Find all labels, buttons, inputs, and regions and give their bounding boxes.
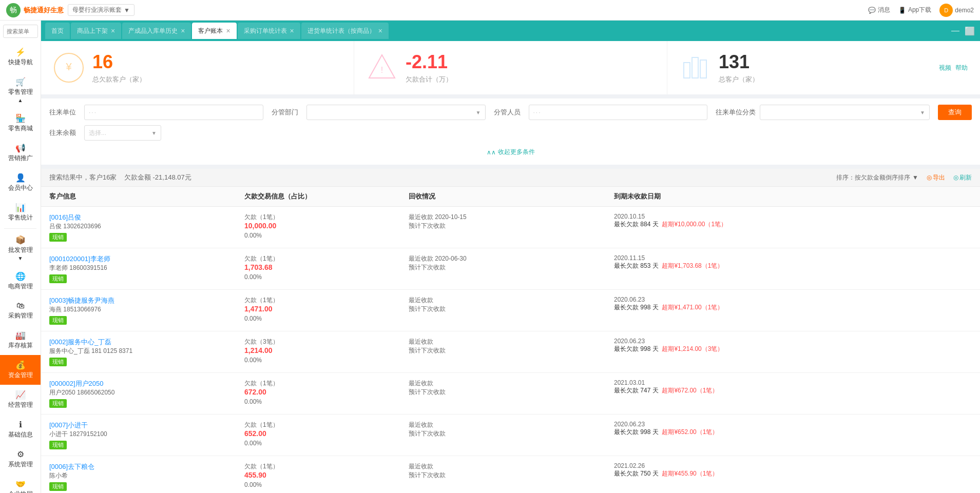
stats-icon: 📊 [15,203,26,212]
customer-name-link[interactable]: [0016]吕俊 [49,213,81,221]
mobile-icon: 📱 [898,7,906,14]
customer-name-link[interactable]: [0003]畅捷服务尹海燕 [49,297,114,304]
overdue-amount[interactable]: 超期¥1,703.68（1笔） [662,262,723,269]
due-date-cell: 2021.02.26 最长欠款 750 天 超期¥455.90（1笔） [614,462,972,478]
overdue-amount[interactable]: 超期¥455.90（1笔） [662,470,718,477]
chevron-up-icon: ∧∧ [487,149,496,156]
app-download-button[interactable]: 📱 App下载 [898,6,931,14]
close-icon[interactable]: × [181,27,185,35]
customer-phone: 小进干 18279152100 [49,430,244,439]
person-input[interactable]: ··· [529,105,708,120]
search-input[interactable] [3,25,38,38]
close-icon[interactable]: × [226,27,230,35]
debt-ratio: 0.00% [244,398,409,405]
customer-info-cell: [000002]用户2050 用户2050 18665062050 现销 [49,379,244,408]
table-row: [000002]用户2050 用户2050 18665062050 现销 欠款（… [41,373,980,415]
customer-name-link[interactable]: [0007]小进干 [49,421,88,429]
sidebar-item-ecommerce[interactable]: 🌐 电商管理 [0,266,41,296]
vendor-input[interactable]: ··· [84,105,263,120]
sidebar-item-finance[interactable]: 💰 资金管理 [0,355,41,385]
minimize-icon[interactable]: — [949,25,962,37]
message-button[interactable]: 💬 消息 [868,6,890,14]
debt-info-cell: 欠款（1笔） 1,703.68 0.00% [244,254,409,281]
tab-customer-ledger[interactable]: 客户账本 × [192,23,236,39]
overdue-amount[interactable]: 超期¥672.00（1笔） [662,387,718,394]
customer-name-link[interactable]: [000002]用户2050 [49,380,104,387]
close-icon[interactable]: × [378,27,382,35]
search-button[interactable]: 查询 [938,105,972,120]
tab-product-listing[interactable]: 商品上下架 × [71,23,121,39]
sidebar-item-basic-info[interactable]: ℹ 基础信息 [0,415,41,444]
filter-dept: 分管部门 ▼ [272,105,486,120]
sidebar-item-retail-stats[interactable]: 📊 零售统计 [0,198,41,227]
top-bar: 畅 畅捷通好生意 母婴行业演示账套 ▼ 💬 消息 📱 App下载 D demo2 [0,0,980,21]
debt-amount: 1,471.00 [244,305,409,313]
dept-label: 分管部门 [272,108,302,117]
close-icon[interactable]: × [111,27,115,35]
sidebar-item-wholesale[interactable]: 📦 批发管理 ▼ [0,230,41,266]
sidebar-item-member[interactable]: 👤 会员中心 [0,168,41,198]
sidebar-item-label: 系统管理 [8,460,33,469]
marketing-icon: 📢 [15,143,26,153]
tab-goods-stats[interactable]: 进货单统计表（按商品） × [301,23,389,39]
video-button[interactable]: 视频 [939,64,951,72]
last-collect: 最近收款 [409,338,614,346]
tab-product-history[interactable]: 产成品入库单历史 × [122,23,191,39]
dept-select[interactable]: ▼ [306,105,486,120]
overdue-amount[interactable]: 超期¥1,471.00（1笔） [662,304,723,311]
customer-name-link[interactable]: [0002]服务中心_丁磊 [49,338,111,346]
sidebar-item-purchase[interactable]: 🛍 采购管理 [0,296,41,325]
refresh-button[interactable]: ◎ 刷新 [953,173,972,182]
maximize-icon[interactable]: ⬜ [964,25,976,37]
customer-name-link[interactable]: [0006]去下粮仓 [49,463,94,470]
debt-label: 欠款（1笔） [244,421,409,429]
next-collect: 预计下次收款 [409,305,614,313]
sidebar-item-retail-mgmt[interactable]: 🛒 零售管理 ▲ [0,72,41,108]
tab-label: 首页 [51,27,64,35]
sidebar-item-quick-nav[interactable]: ⚡ 快捷导航 [0,42,41,72]
info-icon: ℹ [19,420,22,429]
results-count: 搜索结果中，客户16家 [49,173,117,181]
sidebar-item-operations[interactable]: 📈 经营管理 [0,385,41,415]
debt-label: 欠款（3笔） [244,338,409,346]
tab-home[interactable]: 首页 [45,23,70,39]
overdue-days: 最长欠款 884 天 超期¥10,000.00（1笔） [614,220,972,229]
category-select[interactable]: ▼ [760,105,930,120]
chevron-down-icon: ▼ [151,130,157,136]
export-icon: ◎ [927,174,932,181]
username: demo2 [955,7,974,14]
debt-label: 欠款（1笔） [244,213,409,222]
close-icon[interactable]: × [290,27,294,35]
overdue-amount[interactable]: 超期¥10,000.00（1笔） [662,221,727,228]
collapse-button[interactable]: ∧∧ 收起更多条件 [49,146,972,159]
help-button[interactable]: 帮助 [955,64,968,72]
overdue-days: 最长欠款 998 天 超期¥1,471.00（1笔） [614,303,972,312]
debt-info-cell: 欠款（1笔） 652.00 0.00% [244,421,409,447]
customer-name-link[interactable]: [0001020001]李老师 [49,255,110,263]
sidebar-item-enterprise[interactable]: 🤝 企业协同 [0,474,41,493]
next-collect: 预计下次收款 [409,222,614,230]
svg-text:!: ! [381,66,383,74]
sidebar-item-retail-shop[interactable]: 🏪 零售商城 [0,108,41,138]
sidebar-item-marketing[interactable]: 📢 营销推广 [0,138,41,168]
debt-ratio: 0.00% [244,232,409,239]
chevron-down-icon: ▼ [920,110,925,115]
stat-label-2: 欠款合计（万） [406,75,655,84]
store-name: 母婴行业演示账套 [72,6,122,14]
balance-select[interactable]: 选择... ▼ [84,125,161,141]
customer-info-cell: [0003]畅捷服务尹海燕 海燕 18513066976 现销 [49,296,244,325]
export-button[interactable]: ◎ 导出 [927,173,945,182]
table-row: [0007]小进干 小进干 18279152100 现销 欠款（1笔） 652.… [41,415,980,456]
sort-selector[interactable]: 排序：按欠款金额倒序排序 ▼ [836,173,918,182]
svg-rect-6 [700,60,706,78]
overdue-amount[interactable]: 超期¥652.00（1笔） [662,428,718,436]
store-selector[interactable]: 母婴行业演示账套 ▼ [68,4,134,16]
debt-ratio: 0.00% [244,481,409,488]
overdue-amount[interactable]: 超期¥1,214.00（3笔） [662,345,723,352]
user-menu[interactable]: D demo2 [939,4,974,17]
sidebar-item-label: 库存核算 [8,341,33,350]
shop-icon: 🏪 [15,113,26,123]
sidebar-item-system[interactable]: ⚙ 系统管理 [0,444,41,474]
sidebar-item-inventory[interactable]: 🏭 库存核算 [0,325,41,355]
tab-purchase-stats[interactable]: 采购订单统计表 × [238,23,300,39]
